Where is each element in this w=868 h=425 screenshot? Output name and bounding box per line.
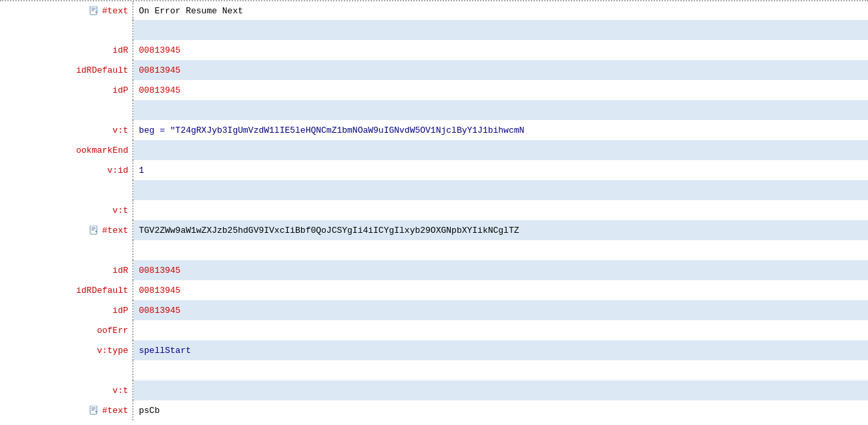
row-left-label: idP	[0, 80, 134, 100]
row-right-value	[134, 240, 868, 260]
row-left-text: idP	[113, 306, 128, 316]
row-left-label: idP	[0, 300, 134, 320]
row-left-text: v:t	[113, 205, 128, 216]
row-left-text: v:t	[113, 125, 128, 135]
row-left-label: idRDefault	[0, 60, 134, 80]
row-left-text: idRDefault	[76, 65, 128, 75]
row-left-text: idP	[113, 85, 128, 95]
row-left-label	[0, 240, 134, 260]
row-right-value: beg = "T24gRXJyb3IgUmVzdW1lIE5leHQNCmZ1b…	[134, 120, 868, 140]
row-right-value	[134, 100, 868, 120]
row-left-label: ookmarkEnd	[0, 140, 134, 160]
row-right-value: On Error Resume Next	[134, 1, 868, 20]
table-row: oofErr	[0, 320, 868, 340]
main-container: #textOn Error Resume NextidR00813945idRD…	[0, 0, 868, 425]
row-left-text: #text	[102, 406, 128, 416]
row-right-value	[134, 320, 868, 340]
row-left-label: #text	[0, 1, 134, 20]
row-right-value: 00813945	[134, 40, 868, 60]
table-row: idRDefault00813945	[0, 60, 868, 80]
row-left-text: #text	[102, 226, 128, 236]
row-left-text: ookmarkEnd	[76, 145, 128, 155]
row-left-text: v:id	[107, 165, 128, 175]
row-right-value: psCb	[134, 400, 868, 420]
table-row: v:t	[0, 200, 868, 220]
table-row: v:typespellStart	[0, 340, 868, 360]
table-row: idP00813945	[0, 80, 868, 100]
table-row: v:tbeg = "T24gRXJyb3IgUmVzdW1lIE5leHQNCm…	[0, 120, 868, 140]
row-left-label: v:t	[0, 120, 134, 140]
table-row: v:id1	[0, 160, 868, 180]
row-right-value	[134, 180, 868, 200]
row-right-value: 00813945	[134, 280, 868, 300]
row-right-value: 1	[134, 160, 868, 180]
table-row	[0, 180, 868, 200]
table-row: idR00813945	[0, 260, 868, 280]
row-right-value: 00813945	[134, 260, 868, 280]
table-row	[0, 360, 868, 380]
row-left-label	[0, 20, 134, 40]
table-row: #textpsCb	[0, 400, 868, 420]
row-left-label	[0, 360, 134, 380]
row-left-label: oofErr	[0, 320, 134, 340]
row-left-text: idRDefault	[76, 286, 128, 296]
row-left-text: v:type	[97, 346, 128, 356]
table-row	[0, 20, 868, 40]
row-left-text: #text	[102, 6, 128, 16]
row-right-value: 00813945	[134, 60, 868, 80]
table-row: #textTGV2ZWw9aW1wZXJzb25hdGV9IVxcIiBbf0Q…	[0, 220, 868, 240]
row-right-value	[134, 360, 868, 380]
row-left-label: #text	[0, 400, 134, 420]
row-right-value	[134, 20, 868, 40]
table-row: idR00813945	[0, 40, 868, 60]
table-row: ookmarkEnd	[0, 140, 868, 160]
row-right-value: 00813945	[134, 80, 868, 100]
row-right-value	[134, 140, 868, 160]
table-row	[0, 100, 868, 120]
table-row: idP00813945	[0, 300, 868, 320]
row-left-label: idR	[0, 260, 134, 280]
row-left-label: #text	[0, 220, 134, 240]
row-left-label: v:t	[0, 200, 134, 220]
doc-icon	[89, 405, 99, 416]
row-right-value	[134, 380, 868, 400]
row-left-label: v:t	[0, 380, 134, 400]
table-row: idRDefault00813945	[0, 280, 868, 300]
row-left-text: idR	[113, 45, 128, 55]
row-left-label: v:type	[0, 340, 134, 360]
row-right-value: spellStart	[134, 340, 868, 360]
row-left-text: idR	[113, 266, 128, 276]
row-left-label	[0, 180, 134, 200]
row-left-label	[0, 100, 134, 120]
row-left-text: v:t	[113, 386, 128, 396]
row-left-label: v:id	[0, 160, 134, 180]
row-left-text: oofErr	[97, 326, 128, 336]
table-row: v:t	[0, 380, 868, 400]
row-right-value	[134, 200, 868, 220]
row-left-label: idR	[0, 40, 134, 60]
table-row: #textOn Error Resume Next	[0, 0, 868, 20]
row-left-label: idRDefault	[0, 280, 134, 300]
doc-icon	[89, 5, 99, 16]
row-right-value: 00813945	[134, 300, 868, 320]
table-row	[0, 240, 868, 260]
row-right-value: TGV2ZWw9aW1wZXJzb25hdGV9IVxcIiBbf0QoJCSY…	[134, 220, 868, 240]
doc-icon	[89, 225, 99, 236]
